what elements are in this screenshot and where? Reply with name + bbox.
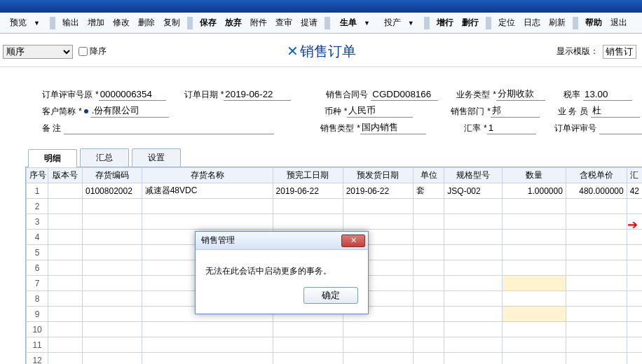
refresh-button[interactable]: 刷新 <box>546 15 568 30</box>
customer-input[interactable] <box>90 105 169 118</box>
exit-button[interactable]: 退出 <box>608 15 630 30</box>
main-toolbar: 预览▼ 输出 增加 修改 删除 复制 保存 放弃 附件 查审 提请 生单▼ 投产… <box>0 13 642 34</box>
header-form: 订单评审号原* 订单日期* 销售合同号 业务类型* 税率 客户简称* 币种* 销… <box>0 67 642 146</box>
tab-detail[interactable]: 明细 <box>28 149 77 167</box>
save-button[interactable]: 保存 <box>197 15 219 30</box>
add-button[interactable]: 增加 <box>85 15 107 30</box>
delrow-button[interactable]: 删行 <box>459 15 482 30</box>
label: 订单日期 <box>184 89 218 101</box>
template-label: 显示模版： <box>556 46 599 57</box>
order-review-orig-input[interactable] <box>99 88 166 101</box>
label: 销售部门 <box>451 106 484 118</box>
clerk-input[interactable] <box>591 105 640 118</box>
audit-button[interactable]: 查审 <box>273 15 295 30</box>
copy-button[interactable]: 复制 <box>160 15 183 30</box>
log-button[interactable]: 日志 <box>521 15 543 30</box>
label: 销售合同号 <box>326 89 368 101</box>
label: 币种 <box>325 106 341 118</box>
label: 汇率 <box>464 122 481 134</box>
template-input[interactable] <box>603 45 636 59</box>
modify-button[interactable]: 修改 <box>110 15 132 30</box>
close-icon[interactable]: ✕ <box>341 234 365 247</box>
window-titlebar <box>0 0 642 13</box>
table-row[interactable]: 3 <box>27 214 643 230</box>
sort-order-select[interactable]: 顺序 <box>3 45 73 59</box>
label: 销售类型 <box>320 122 354 134</box>
error-dialog: 销售管理 ✕ 无法在此会话中启动更多的事务。 确定 <box>195 231 369 314</box>
delete-button[interactable]: 删除 <box>135 15 158 30</box>
reviewno-input[interactable] <box>599 122 642 134</box>
addrow-button[interactable]: 增行 <box>434 15 456 30</box>
table-row[interactable]: 10100802002减速器48VDC2019-06-222019-06-22套… <box>27 183 643 199</box>
dialog-message: 无法在此会话中启动更多的事务。 <box>196 250 368 287</box>
biztype-input[interactable] <box>496 88 545 101</box>
submit-button[interactable]: 提请 <box>298 15 320 30</box>
tab-settings[interactable]: 设置 <box>132 148 181 167</box>
table-row[interactable]: 2 <box>27 199 643 214</box>
produce-button[interactable]: 投产▼ <box>378 15 420 30</box>
attach-button[interactable]: 附件 <box>247 15 270 30</box>
remark-input[interactable] <box>64 122 274 134</box>
label: 客户简称 <box>42 106 76 118</box>
label: 订单评审号 <box>554 122 596 134</box>
table-row[interactable]: 11 <box>27 337 643 353</box>
gen-button[interactable]: 生单▼ <box>334 15 376 30</box>
label: 业 务 员 <box>558 106 588 118</box>
template-picker: 显示模版： <box>556 45 636 59</box>
table-row[interactable]: 10 <box>27 322 643 337</box>
descending-input[interactable] <box>78 47 88 56</box>
label: 业务类型 <box>456 89 490 101</box>
currency-input[interactable] <box>347 105 413 118</box>
annotation-arrow: ➔ <box>627 217 638 232</box>
label: 备 注 <box>42 122 61 134</box>
descending-label: 降序 <box>90 46 107 57</box>
help-button[interactable]: 帮助 <box>582 15 605 30</box>
label: 订单评审号原 <box>42 89 93 101</box>
export-button[interactable]: 输出 <box>60 15 82 30</box>
dialog-title: 销售管理 <box>201 234 235 246</box>
rate-input[interactable] <box>487 122 536 134</box>
order-date-input[interactable] <box>224 88 291 101</box>
contract-input[interactable] <box>371 88 438 101</box>
detail-tabs: 明细 汇总 设置 <box>0 148 642 167</box>
descending-checkbox[interactable]: 降序 <box>78 46 107 57</box>
sub-toolbar: 顺序 降序 ✕销售订单 显示模版： <box>0 34 642 67</box>
label: 税率 <box>564 89 580 101</box>
tax-input[interactable] <box>583 88 632 101</box>
grid-header: 序号版本号存货编码 存货名称预完工日期预发货日期 单位规格型号数量 含税单价汇 <box>27 168 643 183</box>
dept-input[interactable] <box>491 105 540 118</box>
tab-summary[interactable]: 汇总 <box>80 148 129 167</box>
table-row[interactable]: 12 <box>27 353 643 365</box>
discard-button[interactable]: 放弃 <box>222 15 245 30</box>
preview-button[interactable]: 预览▼ <box>4 15 46 30</box>
page-title: ✕销售订单 <box>287 42 356 61</box>
title-icon: ✕ <box>287 43 299 59</box>
locate-button[interactable]: 定位 <box>496 15 518 30</box>
ok-button[interactable]: 确定 <box>303 287 358 304</box>
saletype-input[interactable] <box>360 122 426 134</box>
